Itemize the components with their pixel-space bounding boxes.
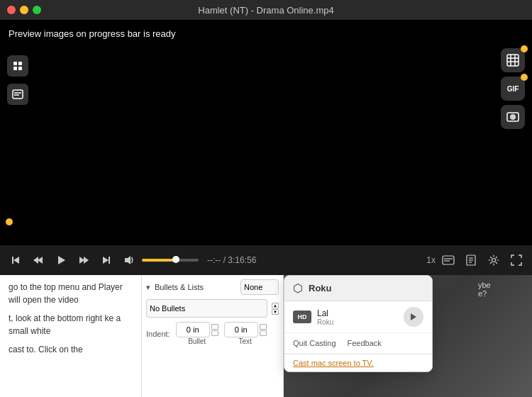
thumbnail-button[interactable] (501, 48, 525, 72)
cast-actions-row: Quit Casting Feedback (284, 333, 432, 354)
text-para-3: cast to. Click on the (9, 343, 133, 356)
cast-header: ⬡ Roku (284, 276, 432, 301)
bullets-label: Bullets & Lists (155, 283, 204, 291)
time-display: --:-- / 3:16:56 (207, 255, 256, 265)
indent-row: Indent: Bullet (146, 322, 279, 345)
video-controls-bar: --:-- / 3:16:56 1x (0, 245, 532, 275)
cast-play-button[interactable] (404, 307, 423, 327)
text-para-1: go to the top menu and Player will open … (9, 281, 133, 306)
text-spinner-down[interactable] (260, 330, 267, 336)
rewind-button[interactable] (28, 250, 48, 270)
skip-start-button[interactable] (6, 250, 26, 270)
bottom-panel: go to the top menu and Player will open … (0, 275, 532, 397)
device-subtitle: Roku (317, 318, 398, 326)
feedback-button[interactable]: Feedback (348, 339, 382, 347)
chapters-button[interactable] (7, 55, 28, 77)
app-window: Hamlet (NT) - Drama Online.mp4 Preview i… (0, 0, 532, 397)
svg-rect-23 (109, 257, 110, 264)
notification-badge (521, 45, 528, 52)
svg-marker-22 (103, 257, 109, 264)
skip-end-button[interactable] (96, 250, 116, 270)
svg-marker-19 (58, 256, 65, 264)
subtitles-ctrl-button[interactable] (438, 250, 458, 270)
spinner-down[interactable]: ▼ (272, 309, 279, 315)
bullets-select[interactable]: None (240, 279, 279, 295)
volume-slider[interactable] (142, 259, 199, 262)
title-bar: Hamlet (NT) - Drama Online.mp4 (0, 0, 532, 20)
device-info: Lal Roku (317, 308, 398, 326)
minimize-button[interactable] (20, 6, 28, 14)
svg-marker-33 (411, 313, 416, 320)
cast-mac-screen-button[interactable]: Cast mac screen to TV. (284, 354, 432, 371)
right-side-text: ybe e? (475, 275, 532, 303)
svg-point-32 (492, 259, 496, 262)
right-panel: ⬡ Roku HD Lal Roku Quit Casting Feedback (284, 275, 532, 397)
hd-badge: HD (293, 311, 311, 323)
play-button[interactable] (51, 250, 71, 270)
volume-thumb (172, 256, 179, 263)
device-name: Lal (317, 308, 398, 318)
maximize-button[interactable] (33, 6, 41, 14)
formatting-panel: ▾ Bullets & Lists None No Bullets ▲ ▼ In… (142, 275, 284, 397)
svg-rect-0 (13, 62, 17, 65)
bullet-spinner-up[interactable] (211, 324, 218, 330)
svg-marker-20 (79, 257, 84, 264)
gif-badge (521, 74, 528, 81)
speed-button[interactable]: 1x (426, 255, 436, 265)
bullet-spinner-down[interactable] (211, 330, 218, 336)
text-indent-input[interactable] (224, 322, 258, 337)
svg-rect-3 (18, 67, 22, 70)
svg-rect-25 (443, 256, 454, 264)
video-player[interactable]: Preview images on progress bar is ready (0, 20, 532, 261)
svg-marker-15 (13, 257, 19, 264)
gif-label: GIF (507, 85, 519, 93)
spinner-up[interactable]: ▲ (272, 303, 279, 308)
clip-button[interactable] (501, 105, 525, 129)
svg-marker-24 (125, 256, 131, 264)
svg-rect-4 (13, 90, 23, 99)
bullet-indent-label: Bullet (188, 337, 206, 345)
gif-button[interactable]: GIF (501, 77, 525, 101)
cast-device-row: HD Lal Roku (284, 301, 432, 333)
fullscreen-button[interactable] (506, 250, 526, 270)
preview-status-text: Preview images on progress bar is ready (9, 28, 176, 39)
notes-button[interactable] (461, 250, 481, 270)
indent-label: Indent: (146, 330, 170, 338)
text-para-2: t, look at the bottom right ke a small w… (9, 312, 133, 337)
text-spinner-up[interactable] (260, 324, 267, 330)
svg-marker-21 (84, 257, 89, 264)
right-text-2: e? (478, 289, 529, 298)
bullets-row: ▾ Bullets & Lists None (146, 279, 279, 295)
no-bullets-row: No Bullets ▲ ▼ (146, 299, 279, 318)
cast-title: Roku (309, 283, 332, 293)
left-text-panel: go to the top menu and Player will open … (0, 275, 142, 397)
right-toolbar: GIF (501, 48, 525, 129)
bullet-indent-input[interactable] (176, 322, 210, 337)
bullet-style-select[interactable]: No Bullets (146, 299, 267, 318)
svg-marker-18 (33, 257, 38, 264)
chevron-icon: ▾ (146, 283, 150, 292)
quit-casting-button[interactable]: Quit Casting (293, 339, 336, 347)
cast-icon: ⬡ (293, 281, 303, 295)
svg-rect-1 (18, 62, 22, 65)
svg-rect-2 (13, 67, 17, 70)
svg-rect-7 (507, 55, 519, 66)
subtitles-button[interactable] (7, 84, 28, 105)
close-button[interactable] (7, 6, 16, 14)
progress-indicator (6, 218, 13, 225)
svg-point-14 (512, 116, 514, 118)
window-title: Hamlet (NT) - Drama Online.mp4 (198, 5, 333, 16)
settings-button[interactable] (484, 250, 504, 270)
left-toolbar (7, 55, 28, 105)
svg-rect-16 (12, 257, 13, 264)
text-indent-label: Text (238, 337, 251, 345)
traffic-lights (7, 6, 41, 14)
volume-button[interactable] (119, 250, 139, 270)
right-text-1: ybe (478, 281, 529, 289)
cast-dropdown: ⬡ Roku HD Lal Roku Quit Casting Feedback (284, 275, 433, 372)
svg-marker-17 (38, 257, 43, 264)
forward-button[interactable] (74, 250, 94, 270)
